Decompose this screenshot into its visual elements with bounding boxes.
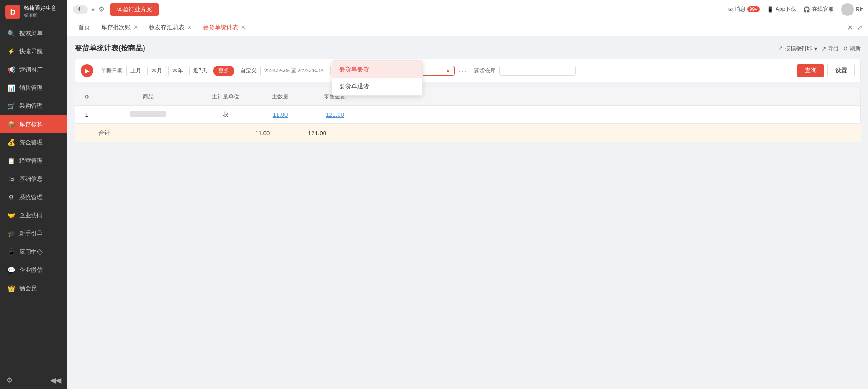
td-extra [362, 106, 860, 123]
sidebar-item-wechat-label: 企业微信 [19, 266, 43, 274]
filter-divider-1 [330, 66, 331, 75]
headset-icon: 🎧 [803, 6, 810, 13]
date-btn-this-month[interactable]: 本月 [147, 66, 166, 76]
filter-settings-btn[interactable]: 设置 [827, 64, 855, 77]
filter-actions: 查询 设置 [797, 64, 855, 77]
sidebar-item-quicknav[interactable]: ⚡ 快捷导航 [0, 42, 67, 61]
date-filter-group: 单据日期 上月 本月 本年 近7天 更多 自定义 2023-05-06 至 20… [101, 66, 323, 76]
print-icon: 🖨 [778, 46, 783, 52]
tab-order-stats-label: 要货单统计表 [203, 23, 238, 31]
sidebar-item-quicknav-label: 快捷导航 [19, 47, 43, 56]
chart-icon: 📊 [6, 83, 15, 92]
data-table: ⚙ 商品 主计量单位 主数量 零售金额 1 [75, 88, 861, 124]
amount-link[interactable]: 121.00 [326, 111, 344, 118]
tab-order-stats[interactable]: 要货单统计表 ✕ [197, 19, 251, 36]
td-unit: 块 [198, 106, 253, 123]
tab-close-all-btn[interactable]: ✕ [847, 23, 853, 32]
sidebar-item-wechat[interactable]: 💬 企业微信 [0, 261, 67, 279]
app-download-btn[interactable]: 📱 App下载 [767, 5, 796, 13]
cart-icon: 🛒 [6, 102, 15, 111]
refresh-btn[interactable]: ↺ 刷新 [843, 45, 861, 52]
warehouse-filter-label: 要货仓库 [474, 67, 496, 75]
sidebar-item-finance-label: 资金管理 [19, 138, 43, 147]
sidebar-item-basicinfo-label: 基础信息 [19, 175, 43, 183]
search-icon: 🔍 [6, 29, 15, 38]
footer-total-label: 合计 [80, 129, 180, 137]
table-footer: 合计 11.00 121.00 [75, 124, 861, 142]
date-filter-label: 单据日期 [101, 67, 123, 75]
warehouse-filter-input[interactable] [499, 66, 576, 76]
dropdown-item-return[interactable]: 要货单退货 [332, 78, 422, 95]
app-download-icon: 📱 [767, 6, 774, 13]
tab-expand-btn[interactable]: ⤢ [857, 23, 863, 32]
tab-receipt-summary-label: 收发存汇总表 [149, 23, 185, 31]
sidebar-item-appcenter-label: 应用中心 [19, 248, 43, 256]
sidebar-item-purchase-label: 采购管理 [19, 102, 43, 110]
box-icon: 📦 [6, 120, 15, 129]
app-download-label: App下载 [776, 5, 796, 13]
page-content: 要货单统计表(按商品) 🖨 按模板打印 ▾ ↗ 导出 ↺ 刷新 [67, 36, 868, 389]
export-btn[interactable]: ↗ 导出 [822, 45, 839, 52]
user-avatar-area[interactable]: Rit [841, 3, 863, 16]
sidebar-item-inventory[interactable]: 📦 库存核算 [0, 115, 67, 133]
footer-settings-icon[interactable]: ⚙ [6, 376, 13, 384]
expand-icon: ▶ [85, 67, 90, 74]
sidebar-item-newguide[interactable]: 🎓 新手引导 [0, 225, 67, 243]
warehouse-filter-group: 要货仓库 [474, 66, 576, 76]
tab-order-stats-close[interactable]: ✕ [241, 24, 246, 31]
type-dropdown-menu: 要货单要货 要货单退货 [332, 60, 423, 96]
sidebar-item-enterprise[interactable]: 🤝 企业协同 [0, 206, 67, 225]
type-filter-more[interactable]: ⋯ [458, 66, 467, 76]
messages-label: 消息 [734, 5, 745, 13]
tab-receipt-summary-close[interactable]: ✕ [187, 24, 192, 31]
sidebar-item-system[interactable]: ⚙ 系统管理 [0, 188, 67, 206]
tab-receipt-summary[interactable]: 收发存汇总表 ✕ [144, 19, 197, 36]
tabs-bar: 首页 库存批次账 ✕ 收发存汇总表 ✕ 要货单统计表 ✕ ✕ ⤢ [67, 19, 868, 36]
sidebar-item-member[interactable]: 👑 畅会员 [0, 279, 67, 297]
tab-home-label: 首页 [78, 23, 90, 31]
topbar-settings-icon[interactable]: ⚙ [98, 5, 105, 14]
sidebar-item-sales[interactable]: 📊 销售管理 [0, 79, 67, 97]
app-name: 畅捷通好生意 [24, 5, 56, 12]
tab-inventory-batch[interactable]: 库存批次账 ✕ [96, 19, 144, 36]
refresh-icon: ↺ [843, 46, 848, 52]
sidebar-collapse-btn[interactable]: ◀◀ [50, 376, 61, 384]
print-btn[interactable]: 🖨 按模板打印 ▾ [778, 45, 817, 52]
export-label: 导出 [828, 45, 839, 52]
megaphone-icon: 📢 [6, 65, 15, 74]
sidebar-item-purchase[interactable]: 🛒 采购管理 [0, 97, 67, 115]
query-btn[interactable]: 查询 [797, 64, 824, 77]
sidebar-item-operations[interactable]: 📋 经营管理 [0, 152, 67, 170]
filter-bar: ▶ 单据日期 上月 本月 本年 近7天 更多 自定义 2023-05-06 至 … [75, 59, 861, 82]
th-product: 商品 [98, 88, 198, 106]
date-btn-7days[interactable]: 近7天 [189, 66, 211, 76]
sidebar-item-finance[interactable]: 💰 资金管理 [0, 133, 67, 152]
tab-home[interactable]: 首页 [73, 19, 96, 36]
sidebar-item-search[interactable]: 🔍 搜索菜单 [0, 24, 67, 42]
clipboard-icon: 📋 [6, 156, 15, 165]
tab-inventory-batch-close[interactable]: ✕ [134, 24, 138, 31]
topbar-dropdown-arrow[interactable]: ▾ [92, 6, 95, 13]
guide-icon: 🎓 [6, 229, 15, 238]
date-btn-last-month[interactable]: 上月 [126, 66, 145, 76]
qty-link[interactable]: 11.00 [273, 111, 288, 118]
filter-expand-btn[interactable]: ▶ [81, 64, 93, 77]
sidebar-item-sales-label: 销售管理 [19, 84, 43, 92]
crown-icon: 👑 [6, 284, 15, 293]
table-settings-icon[interactable]: ⚙ [84, 94, 89, 100]
date-btn-this-year[interactable]: 本年 [168, 66, 187, 76]
date-btn-custom[interactable]: 自定义 [236, 66, 261, 76]
date-btn-more[interactable]: 更多 [213, 66, 234, 76]
trial-btn[interactable]: 体验行业方案 [110, 3, 159, 16]
sidebar-item-marketing[interactable]: 📢 营销推广 [0, 61, 67, 79]
online-service-btn[interactable]: 🎧 在线客服 [803, 5, 834, 13]
folder-icon: 🗂 [6, 174, 15, 184]
sidebar-item-basicinfo[interactable]: 🗂 基础信息 [0, 170, 67, 188]
th-extra [362, 88, 860, 106]
messages-badge: 99+ [747, 6, 760, 12]
messages-btn[interactable]: ✉ 消息 99+ [728, 5, 760, 13]
sidebar-item-appcenter[interactable]: 📱 应用中心 [0, 243, 67, 261]
print-label: 按模板打印 [785, 45, 812, 52]
th-settings[interactable]: ⚙ [75, 88, 98, 106]
dropdown-item-order[interactable]: 要货单要货 [332, 61, 422, 78]
